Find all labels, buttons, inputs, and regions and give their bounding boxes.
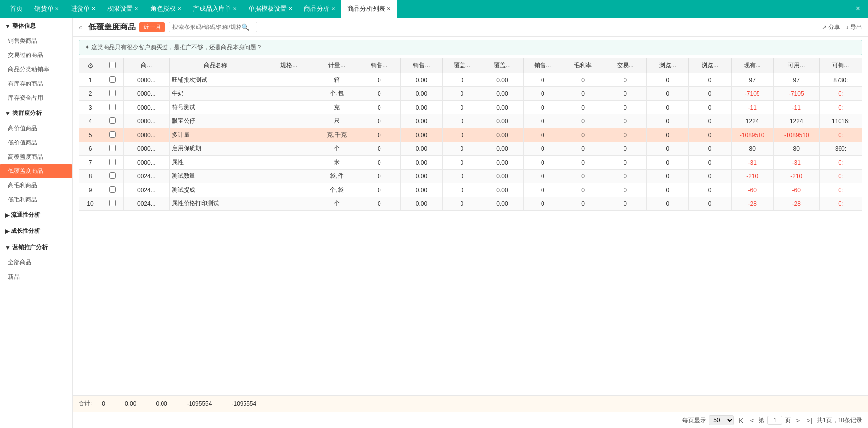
nav-production[interactable]: 产成品入库单 × bbox=[187, 0, 243, 18]
sidebar-item-low-coverage[interactable]: 低覆盖度商品 bbox=[0, 164, 72, 178]
close-button[interactable]: × bbox=[852, 4, 864, 13]
cell-4-12: 0 bbox=[604, 128, 647, 142]
liquidity-arrow: ▶ bbox=[5, 212, 9, 219]
cell-1-10: 0 bbox=[523, 87, 562, 101]
browse-link-2[interactable]: 0 bbox=[647, 101, 689, 114]
table-row: 10000...旺辅批次测试箱00.0000.000000097978730: bbox=[79, 73, 862, 87]
browse-link-3[interactable]: 0 bbox=[647, 114, 689, 128]
sidebar-item-has-stock[interactable]: 有库存的商品 bbox=[0, 77, 72, 91]
cell-9-8: 0 bbox=[443, 197, 481, 211]
sidebar-item-sales-goods[interactable]: 销售类商品 bbox=[0, 34, 72, 48]
sidebar-item-high-profit[interactable]: 高毛利商品 bbox=[0, 178, 72, 193]
cell-9-16: -28 bbox=[773, 197, 819, 211]
search-icon[interactable]: 🔍 bbox=[241, 23, 249, 31]
row-checkbox-8[interactable] bbox=[102, 183, 124, 197]
row-checkbox-7[interactable] bbox=[102, 170, 124, 183]
sidebar-item-new-goods[interactable]: 新品 bbox=[0, 270, 72, 284]
row-checkbox-9[interactable] bbox=[102, 197, 124, 211]
sidebar-item-category-rate[interactable]: 商品分类动销率 bbox=[0, 62, 72, 77]
row-checkbox-0[interactable] bbox=[102, 73, 124, 87]
summary-avail: -1095554 bbox=[231, 400, 256, 407]
sidebar-section-liquidity[interactable]: ▶ 流通性分析 bbox=[0, 207, 72, 223]
browse-link-9[interactable]: 0 bbox=[647, 197, 689, 211]
sidebar-item-high-value[interactable]: 高价值商品 bbox=[0, 121, 72, 136]
col-header-cov1: 覆盖... bbox=[443, 58, 481, 73]
sidebar-section-marketing[interactable]: ▼ 营销推广分析 bbox=[0, 239, 72, 256]
col-header-browse1: 浏览... bbox=[647, 58, 689, 73]
page-size-select[interactable]: 50 10 20 100 bbox=[709, 415, 734, 425]
search-input[interactable] bbox=[172, 24, 241, 30]
cell-8-14: 0 bbox=[689, 183, 731, 197]
cell-4-6: 0 bbox=[358, 128, 400, 142]
sidebar-section-cluster[interactable]: ▼ 类群度分析 bbox=[0, 105, 72, 121]
cell-3-15: 1224 bbox=[731, 114, 773, 128]
first-page-btn[interactable]: K bbox=[737, 416, 745, 425]
table-row: 70000...属性米00.0000.0000000-31-310: bbox=[79, 156, 862, 170]
cell-3-17: 11016: bbox=[819, 114, 862, 128]
settings-icon[interactable]: ⚙ bbox=[87, 62, 94, 70]
row-checkbox-2[interactable] bbox=[102, 101, 124, 114]
col-header-saleable: 可销... bbox=[819, 58, 862, 73]
cell-1-4 bbox=[262, 87, 316, 101]
cell-7-7: 0.00 bbox=[400, 170, 442, 183]
browse-link-8[interactable]: 0 bbox=[647, 183, 689, 197]
cell-5-17: 360: bbox=[819, 142, 862, 156]
content-header: « 低覆盖度商品 近一月 🔍 ↗ 分享 ↓ 导出 bbox=[73, 18, 868, 37]
nav-sales[interactable]: 销货单 × bbox=[28, 0, 65, 18]
cell-3-3: 眼宝公仔 bbox=[169, 114, 262, 128]
nav-purchase[interactable]: 进货单 × bbox=[65, 0, 101, 18]
next-page-btn[interactable]: > bbox=[794, 416, 802, 425]
share-button[interactable]: ↗ 分享 bbox=[822, 23, 840, 31]
cell-0-17: 8730: bbox=[819, 73, 862, 87]
cell-6-4 bbox=[262, 156, 316, 170]
sidebar-section-overall[interactable]: ▼ 整体信息 bbox=[0, 18, 72, 34]
row-checkbox-1[interactable] bbox=[102, 87, 124, 101]
row-checkbox-3[interactable] bbox=[102, 114, 124, 128]
sidebar-item-low-value[interactable]: 低价值商品 bbox=[0, 136, 72, 150]
browse-link-5[interactable]: 0 bbox=[647, 142, 689, 156]
sidebar-item-all-goods[interactable]: 全部商品 bbox=[0, 256, 72, 270]
page-title: 低覆盖度商品 bbox=[88, 22, 136, 32]
cell-9-0: 10 bbox=[79, 197, 102, 211]
cell-4-15: -1089510 bbox=[731, 128, 773, 142]
sidebar-item-low-profit[interactable]: 低毛利商品 bbox=[0, 193, 72, 207]
nav-roles[interactable]: 角色授权 × bbox=[144, 0, 187, 18]
cell-2-6: 0 bbox=[358, 101, 400, 114]
browse-link-7[interactable]: 0 bbox=[647, 170, 689, 183]
nav-analysis[interactable]: 商品分析 × bbox=[298, 0, 341, 18]
cell-7-15: -210 bbox=[731, 170, 773, 183]
nav-permissions[interactable]: 权限设置 × bbox=[101, 0, 144, 18]
col-header-unit: 计量... bbox=[316, 58, 358, 73]
cell-6-5: 米 bbox=[316, 156, 358, 170]
row-checkbox-4[interactable] bbox=[102, 128, 124, 142]
browse-link-0[interactable]: 0 bbox=[647, 73, 689, 87]
cell-5-10: 0 bbox=[523, 142, 562, 156]
cell-2-17: 0: bbox=[819, 101, 862, 114]
nav-analysis-list[interactable]: 商品分析列表 × bbox=[341, 0, 397, 18]
export-button[interactable]: ↓ 导出 bbox=[846, 23, 862, 31]
sidebar-item-high-coverage[interactable]: 高覆盖度商品 bbox=[0, 150, 72, 164]
row-checkbox-6[interactable] bbox=[102, 156, 124, 170]
last-page-btn[interactable]: >| bbox=[805, 416, 814, 425]
sidebar-item-traded[interactable]: 交易过的商品 bbox=[0, 48, 72, 62]
nav-template[interactable]: 单据模板设置 × bbox=[243, 0, 298, 18]
col-header-avail: 可用... bbox=[773, 58, 819, 73]
cell-2-7: 0.00 bbox=[400, 101, 442, 114]
row-checkbox-5[interactable] bbox=[102, 142, 124, 156]
nav-home[interactable]: 首页 bbox=[4, 0, 28, 18]
cell-6-6: 0 bbox=[358, 156, 400, 170]
pagination-bar: 每页显示 50 10 20 100 K < 第 页 > >| 共1页，10条记录 bbox=[73, 412, 868, 428]
select-all-checkbox[interactable] bbox=[109, 62, 116, 68]
sidebar-collapse-btn[interactable]: « bbox=[79, 23, 82, 31]
sidebar-item-stock-funds[interactable]: 库存资金占用 bbox=[0, 91, 72, 105]
period-button[interactable]: 近一月 bbox=[139, 22, 165, 32]
browse-link-6[interactable]: 0 bbox=[647, 156, 689, 170]
cell-6-7: 0.00 bbox=[400, 156, 442, 170]
cell-1-14: 0 bbox=[689, 87, 731, 101]
page-number-input[interactable] bbox=[767, 416, 782, 425]
browse-link-4[interactable]: 0 bbox=[647, 128, 689, 142]
prev-page-btn[interactable]: < bbox=[748, 416, 756, 425]
sidebar-section-growth[interactable]: ▶ 成长性分析 bbox=[0, 223, 72, 239]
browse-link-1[interactable]: 0 bbox=[647, 87, 689, 101]
col-header-check[interactable] bbox=[102, 58, 124, 73]
